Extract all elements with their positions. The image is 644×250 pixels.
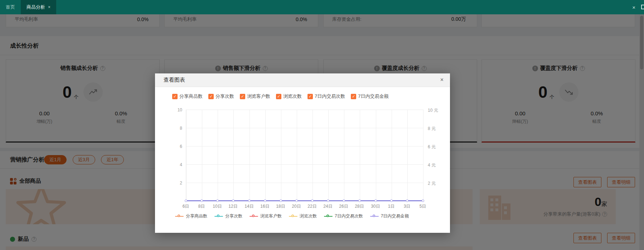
legend-item[interactable]: 分享商品数 <box>175 213 207 219</box>
tab-home[interactable]: 首页 <box>0 0 21 14</box>
y-axis-label-right: 2 元 <box>428 181 436 187</box>
gridline <box>186 164 423 165</box>
gridline <box>250 110 250 201</box>
x-axis-label: 26日 <box>339 203 348 210</box>
x-axis-label: 3日 <box>404 203 411 210</box>
y-axis-label-right: 10 元 <box>428 107 438 114</box>
chart-legend: 分享商品数 分享次数 浏览客户数 浏览次数 7日内交易次数 7日内交易金额 <box>175 213 409 219</box>
x-axis-label: 20日 <box>292 203 301 210</box>
legend-item[interactable]: 分享次数 <box>214 213 242 219</box>
series-checkbox-row: ✓ 分享商品数 ✓ 分享次数 ✓ 浏览客户数 ✓ 浏览次数 ✓ 7日内交易次数 … <box>172 93 388 100</box>
gridline <box>376 110 376 201</box>
x-axis-label: 14日 <box>244 203 253 210</box>
tab-close-icon[interactable]: × <box>48 5 50 10</box>
legend-marker <box>289 215 297 218</box>
data-point[interactable] <box>422 199 424 202</box>
legend-marker <box>250 215 258 218</box>
app-window: 平均毛利率 0.0% 平均毛利率 0.0% 库存资金占用: 0.00万 成长性分… <box>0 0 644 250</box>
gridline <box>423 110 423 201</box>
gridline <box>186 128 423 128</box>
y-axis-label: 4 <box>165 162 182 167</box>
gridline <box>233 110 234 201</box>
y-axis-label-right: 8 元 <box>428 126 436 132</box>
gridline <box>186 183 423 183</box>
data-point[interactable] <box>232 199 234 202</box>
data-point[interactable] <box>185 199 187 202</box>
data-point[interactable] <box>311 199 314 202</box>
checkbox-checked-icon: ✓ <box>208 94 214 99</box>
x-axis-label: 18日 <box>276 203 285 210</box>
x-axis-label: 12日 <box>228 203 237 210</box>
gridline <box>186 110 423 110</box>
gridline <box>297 110 297 201</box>
checkbox-checked-icon: ✓ <box>172 94 178 99</box>
series-checkbox[interactable]: ✓ 分享商品数 <box>172 93 203 100</box>
data-point[interactable] <box>358 199 361 202</box>
gridline <box>218 110 218 201</box>
legend-item[interactable]: 7日内交易金额 <box>370 213 409 219</box>
y-axis-label-right: 6 元 <box>428 144 436 150</box>
gridline <box>328 110 329 201</box>
legend-item[interactable]: 浏览客户数 <box>250 213 282 219</box>
legend-marker <box>370 215 379 218</box>
chart-plot-area <box>186 110 423 201</box>
modal-title: 查看图表 <box>164 77 185 83</box>
gridline <box>281 110 281 201</box>
series-checkbox[interactable]: ✓ 7日内交易金额 <box>351 93 388 100</box>
gridline <box>407 110 408 201</box>
tab-bar: 首页 商品分析 × × <box>0 0 644 14</box>
data-point[interactable] <box>248 199 251 202</box>
series-checkbox[interactable]: ✓ 浏览次数 <box>276 93 302 100</box>
data-point[interactable] <box>200 199 203 202</box>
series-checkbox[interactable]: ✓ 浏览客户数 <box>240 93 270 100</box>
x-axis-label: 24日 <box>323 203 332 210</box>
y-axis-label: 10 <box>165 107 182 112</box>
x-axis-label: 16日 <box>260 203 269 210</box>
data-line-zero <box>186 200 423 201</box>
gridline <box>360 110 360 201</box>
checkbox-checked-icon: ✓ <box>240 94 245 99</box>
legend-item[interactable]: 7日内交易次数 <box>324 213 363 219</box>
data-point[interactable] <box>374 199 377 202</box>
tab-product-analysis[interactable]: 商品分析 × <box>21 0 56 14</box>
y-axis-label: 6 <box>165 144 182 149</box>
data-point[interactable] <box>343 199 345 202</box>
close-all-icon[interactable]: × <box>632 4 635 10</box>
data-point[interactable] <box>264 199 266 202</box>
topbar-actions: × <box>632 0 635 14</box>
data-point[interactable] <box>216 199 219 202</box>
gridline <box>392 110 392 201</box>
data-point[interactable] <box>280 199 282 202</box>
checkbox-checked-icon: ✓ <box>308 94 313 99</box>
data-point[interactable] <box>406 199 408 202</box>
legend-marker <box>175 215 184 218</box>
x-axis-label: 5日 <box>420 203 426 210</box>
x-axis-label: 30日 <box>371 203 380 210</box>
modal-header: 查看图表 × <box>155 73 450 87</box>
series-checkbox[interactable]: ✓ 7日内交易次数 <box>308 93 345 100</box>
x-axis-label: 22日 <box>308 203 316 210</box>
gridline <box>186 146 423 146</box>
x-axis-label: 1日 <box>388 203 395 210</box>
y-axis-label: 8 <box>165 126 182 131</box>
legend-item[interactable]: 浏览次数 <box>289 213 317 219</box>
gridline <box>202 110 202 201</box>
close-icon[interactable]: × <box>440 77 444 83</box>
x-axis-label: 6日 <box>183 203 189 210</box>
gridline <box>313 110 313 201</box>
checkbox-checked-icon: ✓ <box>276 94 281 99</box>
data-point[interactable] <box>327 199 329 202</box>
gridline <box>265 110 266 201</box>
expand-icon[interactable] <box>641 5 644 9</box>
view-chart-modal: 查看图表 × ✓ 分享商品数 ✓ 分享次数 ✓ 浏览客户数 ✓ 浏览次数 ✓ 7… <box>155 73 450 233</box>
legend-marker <box>214 215 223 218</box>
data-point[interactable] <box>295 199 298 202</box>
x-axis-label: 28日 <box>355 203 364 210</box>
y-axis-label-right: 4 元 <box>428 162 436 168</box>
data-point[interactable] <box>390 199 393 202</box>
series-checkbox[interactable]: ✓ 分享次数 <box>208 93 234 100</box>
checkbox-checked-icon: ✓ <box>351 94 356 99</box>
x-axis-label: 10日 <box>213 203 222 210</box>
legend-marker <box>324 215 333 218</box>
gridline <box>344 110 344 201</box>
